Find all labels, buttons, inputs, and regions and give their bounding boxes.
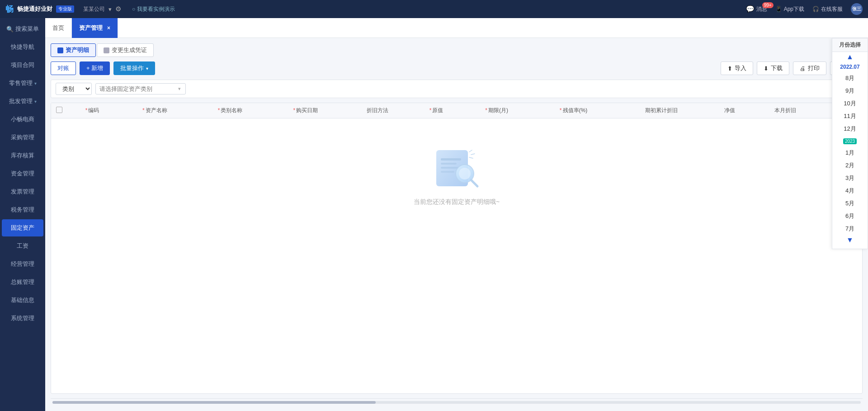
close-tab-icon[interactable]: × bbox=[107, 25, 110, 31]
month-item-12[interactable]: 12月 bbox=[832, 123, 868, 135]
month-item-9[interactable]: 9月 bbox=[832, 85, 868, 97]
select-all-header[interactable] bbox=[51, 103, 67, 118]
top-bar: 畅 畅捷通好业财 专业版 某某公司 ▾ ⚙ ○ 我要看实例演示 💬 消息 99+… bbox=[0, 0, 868, 18]
sidebar-item-operations[interactable]: 经营管理 bbox=[2, 255, 43, 273]
page-content: 资产明细 变更生成凭证 对账 + 新增 批量操作 ▾ bbox=[45, 38, 868, 411]
svg-line-6 bbox=[471, 180, 477, 186]
app-download-btn[interactable]: 📱 App下载 bbox=[775, 5, 804, 13]
month-item-2[interactable]: 2月 bbox=[832, 159, 868, 172]
sidebar-item-tax[interactable]: 税务管理 bbox=[2, 201, 43, 218]
svg-rect-1 bbox=[441, 158, 461, 161]
filter-dropdown-icon[interactable]: ▾ bbox=[178, 86, 181, 92]
month-panel-year[interactable]: 2022.07 bbox=[832, 62, 868, 72]
sub-tab-change-voucher[interactable]: 变更生成凭证 bbox=[97, 43, 154, 57]
month-panel-title: 月份选择 bbox=[832, 38, 868, 52]
online-service-btn[interactable]: 🎧 在线客服 bbox=[812, 5, 843, 13]
month-item-7[interactable]: 7月 bbox=[832, 222, 868, 235]
sidebar-item-invoice[interactable]: 发票管理 bbox=[2, 183, 43, 200]
filter-row: 类别 ▾ bbox=[51, 80, 863, 98]
message-badge: 99+ bbox=[762, 2, 774, 8]
empty-state: 当前您还没有固定资产明细哦~ bbox=[51, 118, 862, 233]
headset-icon: 🎧 bbox=[812, 6, 819, 12]
asset-table: *编码 *资产名称 *类别名称 *购买日期 折旧方法 *原值 *期限(月) *残… bbox=[51, 103, 862, 233]
sidebar-item-retail[interactable]: 零售管理 ▾ bbox=[2, 75, 43, 92]
chevron-down-icon: ▾ bbox=[34, 99, 37, 104]
toolbar: 对账 + 新增 批量操作 ▾ ⬆ 导入 ⬇ 下载 bbox=[51, 61, 863, 75]
svg-line-9 bbox=[471, 154, 475, 155]
tab-asset-management[interactable]: 资产管理 × bbox=[72, 18, 118, 38]
svg-line-10 bbox=[469, 157, 473, 158]
col-code: *编码 bbox=[67, 103, 117, 118]
sidebar-item-system[interactable]: 系统管理 bbox=[2, 310, 43, 327]
month-item-1[interactable]: 1月 bbox=[832, 146, 868, 159]
month-item-6[interactable]: 6月 bbox=[832, 210, 868, 222]
empty-illustration bbox=[429, 146, 484, 191]
settings-icon[interactable]: ⚙ bbox=[115, 5, 121, 13]
scroll-thumb[interactable] bbox=[52, 401, 376, 404]
month-panel-down-arrow[interactable]: ▼ bbox=[843, 235, 857, 245]
chevron-down-icon: ▾ bbox=[34, 81, 37, 86]
svg-point-7 bbox=[459, 168, 471, 180]
category-input-wrap[interactable]: ▾ bbox=[95, 83, 186, 94]
print-button[interactable]: 🖨 打印 bbox=[793, 61, 826, 75]
user-avatar[interactable]: 张三 bbox=[851, 3, 863, 15]
svg-rect-4 bbox=[441, 171, 454, 173]
batch-button[interactable]: 批量操作 ▾ bbox=[113, 61, 155, 75]
col-residual-rate: *残值率(%) bbox=[532, 103, 614, 118]
col-net-value: 净值 bbox=[708, 103, 751, 118]
nav-tabs: 首页 资产管理 × bbox=[45, 18, 868, 38]
import-button[interactable]: ⬆ 导入 bbox=[721, 61, 753, 75]
svg-line-8 bbox=[469, 150, 472, 152]
month-item-5[interactable]: 5月 bbox=[832, 197, 868, 210]
sub-tabs: 资产明细 变更生成凭证 bbox=[51, 43, 863, 57]
sidebar-item-inventory[interactable]: 库存核算 bbox=[2, 147, 43, 164]
search-icon: 🔍 bbox=[6, 26, 14, 33]
table-wrap: *编码 *资产名称 *类别名称 *购买日期 折旧方法 *原值 *期限(月) *残… bbox=[51, 103, 863, 394]
download-button[interactable]: ⬇ 下载 bbox=[757, 61, 789, 75]
sidebar-item-purchase[interactable]: 采购管理 bbox=[2, 129, 43, 146]
month-item-8[interactable]: 8月 bbox=[832, 72, 868, 85]
sidebar-item-wholesale[interactable]: 批发管理 ▾ bbox=[2, 93, 43, 110]
sidebar-item-ledger[interactable]: 总账管理 bbox=[2, 274, 43, 291]
reconcile-button[interactable]: 对账 bbox=[51, 61, 76, 75]
month-item-11[interactable]: 11月 bbox=[832, 110, 868, 123]
message-icon: 💬 bbox=[746, 5, 755, 13]
download-icon: ⬇ bbox=[764, 65, 769, 72]
month-item-3[interactable]: 3月 bbox=[832, 172, 868, 184]
col-asset-name: *资产名称 bbox=[117, 103, 193, 118]
message-btn[interactable]: 💬 消息 99+ bbox=[746, 5, 767, 13]
sidebar-item-fixedassets[interactable]: 固定资产 bbox=[2, 219, 43, 236]
month-item-4[interactable]: 4月 bbox=[832, 184, 868, 197]
select-all-checkbox[interactable] bbox=[56, 107, 62, 113]
scroll-bar-area bbox=[51, 398, 863, 406]
sidebar-item-finance[interactable]: 资金管理 bbox=[2, 165, 43, 182]
col-accumulated-depreciation: 期初累计折旧 bbox=[615, 103, 709, 118]
sidebar-item-search[interactable]: 🔍 搜索菜单 bbox=[2, 20, 43, 38]
sub-tab-asset-detail[interactable]: 资产明细 bbox=[51, 43, 96, 57]
asset-detail-icon bbox=[57, 47, 63, 53]
scroll-track[interactable] bbox=[52, 401, 861, 404]
sidebar-item-basic[interactable]: 基础信息 bbox=[2, 292, 43, 309]
dropdown-icon[interactable]: ▾ bbox=[108, 6, 112, 13]
app-edition: 专业版 bbox=[56, 5, 74, 13]
mobile-icon: 📱 bbox=[775, 6, 782, 12]
empty-state-row: 当前您还没有固定资产明细哦~ bbox=[51, 118, 862, 234]
sidebar-item-salary[interactable]: 工资 bbox=[2, 237, 43, 255]
col-current-depreciation: 本月折旧 bbox=[751, 103, 820, 118]
print-icon: 🖨 bbox=[800, 65, 806, 72]
month-item-10[interactable]: 10月 bbox=[832, 97, 868, 110]
demo-link[interactable]: ○ 我要看实例演示 bbox=[132, 5, 175, 13]
app-name: 畅捷通好业财 bbox=[17, 5, 52, 13]
category-select[interactable]: 类别 bbox=[56, 83, 92, 95]
tab-home[interactable]: 首页 bbox=[45, 18, 72, 38]
import-icon: ⬆ bbox=[727, 65, 732, 72]
content-area: 首页 资产管理 × 资产明细 变更生成凭证 bbox=[45, 18, 868, 411]
add-button[interactable]: + 新增 bbox=[80, 61, 110, 75]
sidebar-item-quicknav[interactable]: 快捷导航 bbox=[2, 38, 43, 56]
sidebar-item-project[interactable]: 项目合同 bbox=[2, 57, 43, 74]
month-panel-up-arrow[interactable]: ▲ bbox=[843, 52, 857, 62]
category-input[interactable] bbox=[99, 85, 175, 92]
batch-dropdown-icon: ▾ bbox=[146, 66, 148, 71]
topbar-right: 💬 消息 99+ 📱 App下载 🎧 在线客服 张三 bbox=[746, 3, 863, 15]
sidebar-item-ecommerce[interactable]: 小畅电商 bbox=[2, 111, 43, 128]
